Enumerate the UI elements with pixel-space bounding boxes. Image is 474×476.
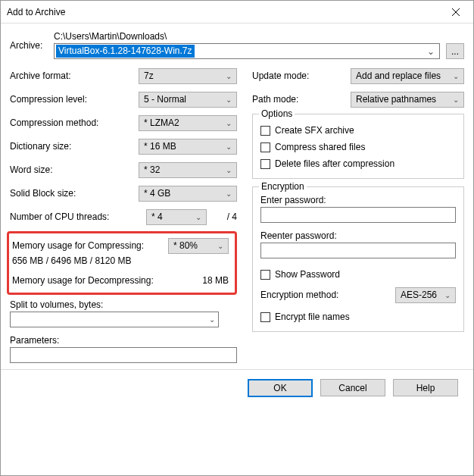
solid-block-size-label: Solid Block size: [10, 188, 139, 199]
parameters-input[interactable] [10, 347, 237, 363]
browse-button[interactable]: ... [446, 43, 464, 59]
path-mode-select[interactable]: Relative pathnames⌄ [351, 92, 464, 108]
chevron-down-icon: ⌄ [217, 242, 223, 250]
reenter-password-input[interactable] [260, 243, 456, 258]
archive-format-select[interactable]: 7z⌄ [139, 68, 237, 84]
checkbox-icon [260, 126, 270, 136]
split-volumes-combo[interactable]: ⌄ [10, 312, 219, 327]
mem-decompress-label: Memory usage for Decompressing: [12, 275, 202, 286]
cpu-threads-select[interactable]: * 4⌄ [146, 209, 207, 225]
enter-password-input[interactable] [260, 207, 456, 223]
chevron-down-icon: ⌄ [226, 142, 232, 151]
compression-method-select[interactable]: * LZMA2⌄ [139, 115, 237, 131]
options-group-label: Options [259, 108, 295, 119]
update-mode-label: Update mode: [252, 70, 351, 81]
archive-select-row: VirtualBox-6.1.28-147628-Win.7z ⌄ ... [54, 43, 464, 59]
shared-checkbox-row[interactable]: Compress shared files [260, 139, 456, 155]
chevron-down-icon: ⌄ [195, 213, 201, 221]
chevron-down-icon: ⌄ [226, 189, 232, 198]
cancel-button[interactable]: Cancel [320, 379, 385, 396]
encrypt-names-checkbox-row[interactable]: Encrypt file names [260, 308, 456, 325]
archive-column: C:\Users\Martin\Downloads\ VirtualBox-6.… [54, 31, 464, 59]
reenter-password-label: Reenter password: [260, 230, 456, 241]
encryption-method-select[interactable]: AES-256⌄ [395, 287, 456, 303]
chevron-down-icon: ⌄ [423, 46, 439, 57]
archive-row: Archive: C:\Users\Martin\Downloads\ Virt… [10, 31, 464, 59]
chevron-down-icon: ⌄ [453, 96, 459, 104]
left-column: Archive format: 7z⌄ Compression level: 5… [10, 67, 237, 363]
sfx-checkbox-row[interactable]: Create SFX archive [260, 122, 456, 139]
archive-format-label: Archive format: [10, 70, 139, 81]
delete-checkbox-row[interactable]: Delete files after compression [260, 155, 456, 172]
compression-level-select[interactable]: 5 - Normal⌄ [139, 92, 237, 108]
checkbox-icon [260, 142, 270, 152]
compression-method-label: Compression method: [10, 117, 139, 128]
chevron-down-icon: ⌄ [453, 72, 459, 80]
checkbox-icon [260, 312, 270, 322]
help-button[interactable]: Help [393, 379, 458, 396]
word-size-select[interactable]: * 32⌄ [139, 162, 237, 178]
enter-password-label: Enter password: [260, 195, 456, 205]
mem-decompress-value: 18 MB [202, 275, 229, 286]
encryption-method-label: Encryption method: [260, 290, 395, 300]
dialog-footer: OK Cancel Help [1, 369, 473, 406]
solid-block-size-select[interactable]: * 4 GB⌄ [139, 186, 237, 202]
close-icon [452, 8, 460, 16]
ok-button[interactable]: OK [248, 379, 313, 397]
dictionary-size-label: Dictionary size: [10, 141, 139, 152]
chevron-down-icon: ⌄ [226, 166, 232, 174]
archive-filename-combo[interactable]: VirtualBox-6.1.28-147628-Win.7z ⌄ [54, 43, 440, 59]
cpu-threads-max: / 4 [211, 211, 237, 222]
checkbox-icon [260, 159, 270, 169]
update-mode-select[interactable]: Add and replace files⌄ [351, 68, 464, 84]
archive-path: C:\Users\Martin\Downloads\ [54, 31, 464, 42]
chevron-down-icon: ⌄ [226, 96, 232, 104]
compression-level-label: Compression level: [10, 94, 139, 105]
encryption-group: Encryption Enter password: Reenter passw… [252, 186, 464, 332]
mem-compress-values: 656 MB / 6496 MB / 8120 MB [12, 255, 229, 266]
dictionary-size-select[interactable]: * 16 MB⌄ [139, 139, 237, 155]
mem-percent-select[interactable]: * 80%⌄ [168, 238, 229, 254]
dialog-content: Archive: C:\Users\Martin\Downloads\ Virt… [1, 23, 473, 369]
split-volumes-label: Split to volumes, bytes: [10, 299, 237, 310]
mem-compress-label: Memory usage for Compressing: [12, 240, 168, 251]
chevron-down-icon: ⌄ [226, 119, 232, 127]
close-button[interactable] [438, 1, 473, 23]
checkbox-icon [260, 270, 270, 280]
chevron-down-icon: ⌄ [226, 72, 232, 80]
memory-highlight-box: Memory usage for Compressing: * 80%⌄ 656… [7, 231, 237, 295]
window-title: Add to Archive [7, 7, 438, 17]
cpu-threads-label: Number of CPU threads: [10, 211, 146, 222]
archive-filename: VirtualBox-6.1.28-147628-Win.7z [56, 45, 195, 58]
archive-label: Archive: [10, 40, 54, 51]
titlebar: Add to Archive [1, 1, 473, 23]
chevron-down-icon: ⌄ [209, 315, 215, 324]
parameters-label: Parameters: [10, 335, 237, 346]
encryption-group-label: Encryption [259, 181, 307, 192]
show-password-checkbox-row[interactable]: Show Password [260, 266, 456, 283]
path-mode-label: Path mode: [252, 94, 351, 105]
word-size-label: Word size: [10, 164, 139, 175]
right-column: Update mode: Add and replace files⌄ Path… [252, 67, 464, 363]
chevron-down-icon: ⌄ [444, 291, 451, 299]
options-group: Options Create SFX archive Compress shar… [252, 114, 464, 179]
